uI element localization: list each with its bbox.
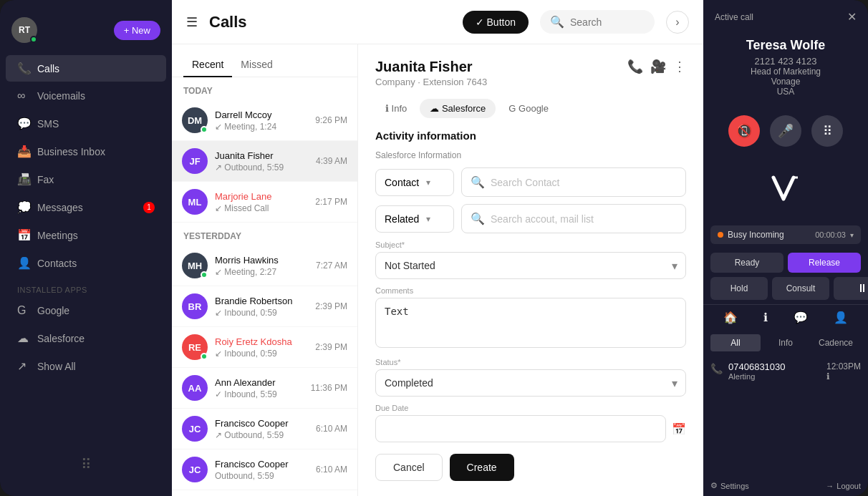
call-item[interactable]: JC Francisco Cooper ↗ Outbound, 5:59 6:1…	[172, 409, 357, 449]
person-tab-icon[interactable]: 👤	[834, 311, 848, 324]
contact-header: Juanita Fisher Company · Extension 7643 …	[375, 59, 686, 87]
video-icon[interactable]: 🎥	[650, 59, 666, 74]
keypad-button[interactable]: ⠿	[811, 115, 843, 147]
main-panel: ☰ Calls ✓ Button 🔍 › Recent Missed TODAY	[172, 0, 703, 496]
search-icon: 🔍	[550, 15, 564, 29]
search-bar[interactable]: 🔍	[540, 10, 655, 34]
new-button[interactable]: + New	[114, 21, 160, 40]
dialpad-icon[interactable]: ⠿	[81, 456, 92, 473]
sidebar-item-google[interactable]: G Google	[6, 298, 166, 324]
sidebar-item-meetings[interactable]: 📅 Meetings	[6, 222, 166, 248]
related-dropdown[interactable]: Related ▾	[375, 205, 454, 233]
contact-search-input[interactable]	[491, 177, 677, 188]
btn-row: Cancel Create	[375, 454, 686, 481]
call-name: Francisco Cooper	[215, 459, 309, 470]
related-search-wrapper[interactable]: 🔍	[461, 204, 686, 233]
tab-salesforce[interactable]: ☁ Salesforce	[420, 99, 496, 118]
top-bar: ☰ Calls ✓ Button 🔍 ›	[172, 0, 703, 44]
call-item[interactable]: MH Morris Hawkins ↙ Meeting, 2:27 7:27 A…	[172, 245, 357, 286]
call-item[interactable]: ML Marjorie Lane ↙ Missed Call 2:17 PM	[172, 182, 357, 223]
sidebar-item-fax[interactable]: 📠 Fax	[6, 166, 166, 193]
business-inbox-icon: 📥	[17, 145, 30, 158]
contact-name: Juanita Fisher	[375, 59, 627, 75]
call-record-status: Alerting	[728, 372, 821, 381]
call-info: Darrell Mccoy ↙ Meeting, 1:24	[215, 110, 308, 132]
contact-info: Juanita Fisher Company · Extension 7643	[375, 59, 627, 87]
ready-button[interactable]: Ready	[710, 253, 783, 273]
chat-tab-icon[interactable]: 💬	[794, 311, 808, 324]
call-info: Marjorie Lane ↙ Missed Call	[215, 191, 308, 213]
sidebar-item-calls[interactable]: 📞 Calls	[6, 55, 166, 82]
close-icon[interactable]: ✕	[847, 10, 857, 24]
pause-button[interactable]: ⏸	[834, 277, 868, 300]
due-date-label: Due Date	[375, 404, 686, 412]
related-search-input[interactable]	[491, 213, 677, 225]
info-icon[interactable]: ℹ	[826, 371, 861, 381]
sidebar-item-business-inbox[interactable]: 📥 Business Inbox	[6, 138, 166, 165]
sidebar-item-sms[interactable]: 💬 SMS	[6, 110, 166, 137]
comments-textarea[interactable]: Text	[375, 298, 686, 348]
tab-info[interactable]: ℹ Info	[375, 99, 417, 118]
call-item[interactable]: JC Francisco Cooper Outbound, 5:59 6:10 …	[172, 490, 357, 496]
call-item[interactable]: JC Francisco Cooper Outbound, 5:59 6:10 …	[172, 449, 357, 490]
status-select[interactable]: Completed	[375, 369, 686, 397]
create-button[interactable]: Create	[450, 454, 514, 481]
info-tab[interactable]: Info	[761, 334, 811, 351]
consult-button[interactable]: Consult	[772, 277, 829, 300]
call-avatar: JC	[182, 416, 208, 442]
tab-recent[interactable]: Recent	[183, 53, 232, 77]
check-button[interactable]: ✓ Button	[463, 11, 529, 34]
call-record-info: 07406831030 Alerting	[728, 361, 821, 381]
status-label: Busy Incoming	[728, 230, 811, 240]
messages-icon: 💭	[17, 200, 30, 214]
search-input[interactable]	[570, 16, 642, 28]
tab-google[interactable]: G Google	[498, 99, 559, 118]
call-item[interactable]: JF Juanita Fisher ↗ Outbound, 5:59 4:39 …	[172, 141, 357, 182]
caller-title: Head of Marketing	[715, 67, 857, 77]
search-icon: 🔍	[471, 175, 485, 189]
sidebar-item-voicemails[interactable]: ∞ Voicemails	[6, 83, 166, 109]
cadence-tab[interactable]: Cadence	[811, 334, 861, 351]
sidebar-item-show-all[interactable]: ↗ Show All	[6, 353, 166, 379]
call-info: Ann Alexander ✓ Inbound, 5:59	[215, 377, 304, 399]
logout-item[interactable]: → Logout	[826, 482, 861, 490]
chevron-down-icon: ▾	[850, 231, 854, 239]
detail-panel: Juanita Fisher Company · Extension 7643 …	[358, 44, 703, 496]
sidebar: RT + New 📞 Calls ∞ Voicemails 💬 SMS 📥 Bu…	[0, 0, 172, 496]
arrow-button[interactable]: ›	[666, 11, 689, 34]
home-tab-icon[interactable]: 🏠	[723, 311, 738, 324]
hold-button[interactable]: Hold	[710, 277, 768, 300]
settings-item[interactable]: ⚙ Settings	[710, 481, 749, 490]
sidebar-item-salesforce[interactable]: ☁ Salesforce	[6, 325, 166, 351]
call-name: Ann Alexander	[215, 377, 304, 388]
calendar-icon[interactable]: 📅	[672, 422, 686, 436]
call-item[interactable]: AA Ann Alexander ✓ Inbound, 5:59 11:36 P…	[172, 368, 357, 409]
call-item[interactable]: RE Roiy Eretz Kdosha ↙ Inbound, 0:59 2:3…	[172, 327, 357, 368]
sms-icon: 💬	[17, 117, 30, 130]
cancel-button[interactable]: Cancel	[375, 454, 443, 481]
mute-button[interactable]: 🎤	[770, 115, 801, 147]
end-call-button[interactable]: 📵	[728, 115, 760, 147]
all-tab[interactable]: All	[710, 334, 761, 351]
info-tab-icon[interactable]: ℹ	[763, 311, 768, 324]
page-title: Calls	[209, 13, 247, 31]
bottom-actions: ⚙ Settings → Logout	[703, 475, 868, 496]
contact-dropdown[interactable]: Contact ▾	[375, 169, 454, 196]
contact-search-wrapper[interactable]: 🔍	[461, 167, 686, 197]
show-all-icon: ↗	[17, 359, 30, 373]
sidebar-item-contacts[interactable]: 👤 Contacts	[6, 250, 166, 276]
call-item[interactable]: BR Brandie Robertson ↙ Inbound, 0:59 2:3…	[172, 286, 357, 327]
sidebar-item-messages[interactable]: 💭 Messages 1	[6, 194, 166, 220]
call-time: 2:17 PM	[315, 197, 347, 207]
info-tabs: All Info Cadence	[703, 330, 868, 356]
call-item[interactable]: DM Darrell Mccoy ↙ Meeting, 1:24 9:26 PM	[172, 100, 357, 141]
tab-missed[interactable]: Missed	[232, 53, 281, 77]
release-button[interactable]: Release	[788, 253, 861, 273]
phone-icon[interactable]: 📞	[627, 59, 643, 74]
due-date-field: Due Date 02/04/2020 📅	[375, 404, 686, 442]
more-icon[interactable]: ⋮	[673, 59, 686, 74]
due-date-input[interactable]: 02/04/2020	[375, 415, 666, 442]
call-name: Morris Hawkins	[215, 255, 309, 266]
subject-select[interactable]: Not Started	[375, 252, 686, 279]
menu-icon[interactable]: ☰	[186, 14, 198, 30]
